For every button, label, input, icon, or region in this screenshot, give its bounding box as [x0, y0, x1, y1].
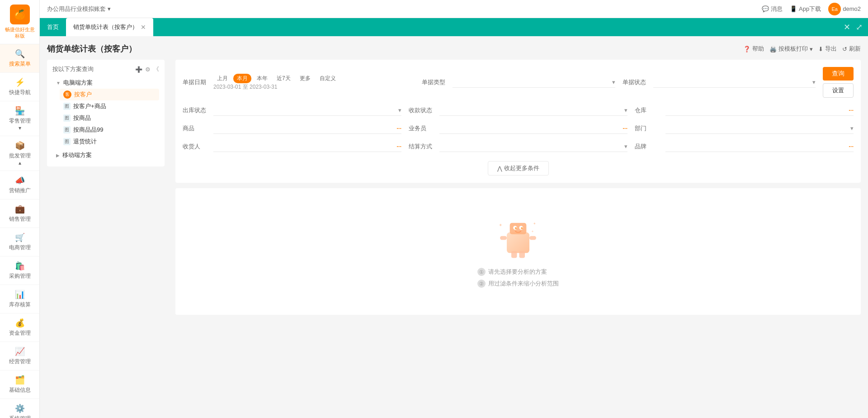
goods-select[interactable]: ··· — [213, 123, 401, 134]
date-btn-custom[interactable]: 自定义 — [316, 74, 340, 83]
empty-illustration: ✦ ✦ ✦ — [495, 215, 541, 261]
export-label: 导出 — [825, 45, 837, 53]
collect-status-label: 收款状态 — [409, 106, 436, 114]
collapse-more-conditions-btn[interactable]: ⋀ 收起更多条件 — [488, 161, 549, 176]
tab-sales-stat[interactable]: 销货单统计表（按客户） ✕ — [66, 18, 153, 36]
sidebar-item-search[interactable]: 🔍 搜索菜单 — [0, 44, 39, 73]
out-status-select[interactable]: ▾ — [213, 105, 401, 116]
filter-order-status: 单据状态 ▾ — [623, 77, 816, 88]
recipient-select[interactable]: ··· — [213, 141, 401, 152]
tab-close-btn[interactable]: ✕ — [141, 24, 146, 31]
tree-item-by-goods-label: 按商品 — [73, 114, 91, 122]
main-area: 办公用品行业模拟账套 ▾ 💬 消息 📱 App下载 Ea demo2 首页 — [40, 0, 868, 418]
settings-scheme-btn[interactable]: ⚙ — [145, 66, 151, 73]
sidebar-item-wholesale-label: 批发管理 — [9, 152, 31, 160]
tree-item-by-customer[interactable]: 客 按客户 — [60, 89, 159, 100]
sidebar-item-retail[interactable]: 🏪 零售管理 ▾ — [0, 101, 39, 136]
message-btn[interactable]: 💬 消息 — [762, 5, 783, 13]
salesperson-select[interactable]: ··· — [439, 123, 627, 134]
tree-desktop-group[interactable]: ▼ 电脑端方案 — [52, 77, 159, 89]
filter-date-group: 单据日期 上月 本月 本年 近7天 更多 自定义 20 — [183, 74, 415, 91]
settings-button[interactable]: 设置 — [823, 83, 854, 98]
date-btn-lastmonth[interactable]: 上月 — [213, 74, 231, 83]
date-btn-thismonth[interactable]: 本月 — [233, 74, 251, 83]
brand-select[interactable]: ··· — [665, 141, 854, 152]
sidebar-item-wholesale[interactable]: 📦 批发管理 ▴ — [0, 136, 39, 171]
sidebar-item-inventory[interactable]: 📊 库存核算 — [0, 285, 39, 314]
by-customer-icon: 客 — [63, 90, 71, 99]
warehouse-select[interactable]: ··· — [665, 105, 854, 116]
tree-item-by-goods[interactable]: 图 按商品 — [60, 112, 159, 124]
sidebar-item-sales[interactable]: 💼 销售管理 — [0, 200, 39, 228]
export-btn[interactable]: ⬇ 导出 — [818, 45, 837, 53]
tree-item-by-goods-99-label: 按商品品99 — [73, 126, 103, 134]
help-btn[interactable]: ❓ 帮助 — [743, 45, 764, 53]
by-goods-99-icon: 图 — [63, 126, 71, 133]
window-maximize-btn[interactable]: ⤢ — [854, 23, 864, 31]
sidebar-item-ecommerce[interactable]: 🛒 电商管理 — [0, 228, 39, 256]
sidebar-item-quicknav[interactable]: ⚡ 快捷导航 — [0, 73, 39, 101]
sales-icon: 💼 — [15, 204, 25, 214]
user-menu[interactable]: Ea demo2 — [828, 3, 861, 15]
collapse-panel-btn[interactable]: 《 — [153, 65, 159, 73]
search-icon: 🔍 — [15, 49, 25, 59]
tree-mobile-group[interactable]: ▶ 移动端方案 — [52, 149, 159, 161]
order-status-label: 单据状态 — [623, 78, 650, 86]
empty-tip-2: ② 用过滤条件来缩小分析范围 — [477, 280, 559, 288]
sidebar-item-marketing[interactable]: 📣 营销推广 — [0, 171, 39, 200]
svg-point-5 — [521, 227, 523, 229]
sidebar-item-purchase-label: 采购管理 — [9, 272, 31, 280]
tree-item-by-customer-goods[interactable]: 图 按客户+商品 — [60, 100, 159, 112]
operations-icon: 📈 — [15, 347, 25, 356]
download-icon: 📱 — [790, 5, 797, 12]
left-panel-title: 按以下方案查询 — [52, 65, 94, 73]
recipient-label: 收货人 — [183, 142, 210, 151]
action-buttons: 查询 设置 — [823, 67, 854, 98]
collapse-icon: ⋀ — [497, 165, 502, 172]
print-template-btn[interactable]: 🖨️ 按模板打印 ▾ — [769, 45, 813, 53]
user-name: demo2 — [843, 5, 861, 12]
ecommerce-icon: 🛒 — [15, 233, 25, 242]
finance-icon: 💰 — [15, 318, 25, 328]
app-title-dropdown[interactable]: 办公用品行业模拟账套 ▾ — [47, 5, 111, 13]
add-scheme-btn[interactable]: ➕ — [135, 66, 142, 73]
app-download-btn[interactable]: 📱 App下载 — [790, 5, 821, 13]
tab-home[interactable]: 首页 — [40, 18, 66, 36]
collect-status-select[interactable]: ▾ — [439, 105, 627, 116]
order-type-select[interactable]: ▾ — [453, 77, 615, 88]
app-download-label: App下载 — [799, 5, 821, 13]
department-select[interactable]: ▾ — [665, 123, 854, 134]
sidebar-item-operations[interactable]: 📈 经营管理 — [0, 342, 39, 370]
svg-rect-6 — [500, 236, 507, 240]
tab-bar: 首页 销货单统计表（按客户） ✕ ✕ ⤢ — [40, 18, 868, 36]
department-dropdown-icon: ▾ — [850, 125, 854, 132]
sidebar-item-sales-label: 销售管理 — [9, 215, 31, 223]
date-btn-group: 上月 本月 本年 近7天 更多 自定义 — [213, 74, 415, 83]
order-status-dropdown-icon: ▾ — [812, 79, 816, 86]
system-icon: ⚙️ — [15, 404, 25, 413]
date-btn-thisyear[interactable]: 本年 — [253, 74, 271, 83]
settlement-select[interactable]: ▾ — [439, 141, 627, 152]
order-type-label: 单据类型 — [422, 78, 449, 86]
filter-out-status: 出库状态 ▾ — [183, 105, 401, 116]
query-button[interactable]: 查询 — [823, 67, 854, 81]
left-panel-header: 按以下方案查询 ➕ ⚙ 《 — [52, 65, 159, 73]
date-btn-last7days[interactable]: 近7天 — [273, 74, 294, 83]
tree-item-return-stat[interactable]: 图 退货统计 — [60, 136, 159, 147]
sidebar-item-system[interactable]: ⚙️ 系统管理 — [0, 399, 39, 418]
sidebar-item-purchase[interactable]: 🛍️ 采购管理 — [0, 256, 39, 285]
date-label: 单据日期 — [183, 78, 210, 86]
tip-num-2: ② — [477, 280, 486, 288]
window-close-btn[interactable]: ✕ — [842, 23, 852, 31]
order-type-dropdown-icon: ▾ — [612, 79, 615, 86]
date-btn-more[interactable]: 更多 — [296, 74, 314, 83]
sidebar-item-finance[interactable]: 💰 资金管理 — [0, 314, 39, 342]
sidebar: 🍊 畅捷信好生意标版 🔍 搜索菜单 ⚡ 快捷导航 🏪 零售管理 ▾ 📦 批发管理… — [0, 0, 40, 418]
order-status-select[interactable]: ▾ — [653, 77, 816, 88]
refresh-btn[interactable]: ↺ 刷新 — [842, 45, 861, 53]
filter-collect-status: 收款状态 ▾ — [409, 105, 627, 116]
brand-label: 品牌 — [635, 142, 662, 151]
logo-icon: 🍊 — [10, 5, 30, 24]
sidebar-item-basics[interactable]: 🗂️ 基础信息 — [0, 370, 39, 399]
tree-item-by-goods-99[interactable]: 图 按商品品99 — [60, 124, 159, 136]
